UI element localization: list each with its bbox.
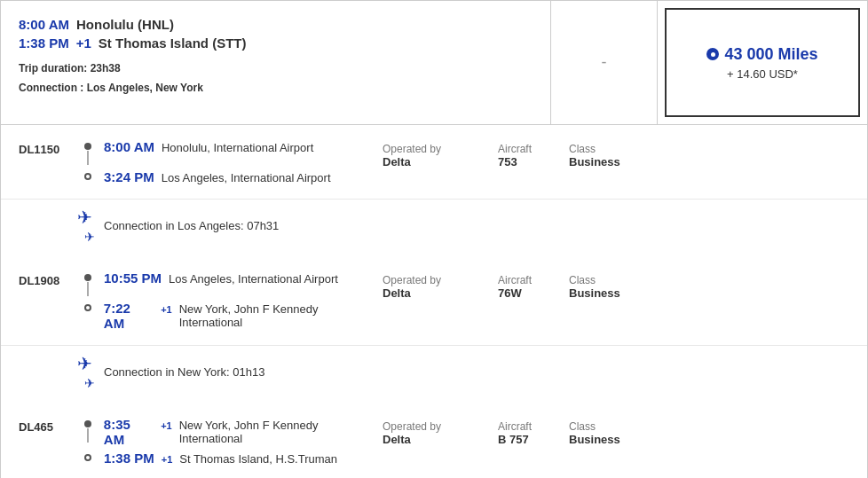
operated-by: Operated by Delta xyxy=(383,417,498,446)
departure-line: 10:55 PM Los Angeles, International Airp… xyxy=(81,270,383,297)
operated-by: Operated by Delta xyxy=(383,139,498,168)
departure-time: 8:00 AM xyxy=(19,17,69,32)
flight-class: Class Business xyxy=(569,417,649,446)
arr-time: 3:24 PM xyxy=(104,169,154,184)
flight-times: 8:00 AM Honolulu, International Airport … xyxy=(81,139,383,184)
departure-line: 8:35 AM +1 New York, John F Kennedy Inte… xyxy=(81,417,383,447)
flight-class: Class Business xyxy=(569,139,649,168)
connection-plane-icon: ✈ ✈ xyxy=(77,207,95,244)
dep-airport: Los Angeles, International Airport xyxy=(169,272,338,286)
arr-airport: New York, John F Kennedy International xyxy=(179,302,383,329)
arr-plus: +1 xyxy=(161,304,172,315)
departure-line: 8:00 AM Honolulu, International Airport xyxy=(81,139,383,166)
trip-duration-label: Trip duration: xyxy=(19,62,87,74)
arr-plus: +1 xyxy=(162,454,173,465)
arr-time: 1:38 PM xyxy=(104,451,154,466)
dot-arrival xyxy=(81,451,95,461)
aircraft: Aircraft 76W xyxy=(498,270,569,300)
aircraft: Aircraft 753 xyxy=(498,139,569,168)
table-row: DL1908 10:55 PM Los Angeles, Internation… xyxy=(1,256,867,346)
connection-row: ✈ ✈ Connection in Los Angeles: 07h31 xyxy=(1,200,867,256)
arrival-time: 1:38 PM xyxy=(19,35,69,51)
dot-arrival xyxy=(81,301,95,311)
dot-departure xyxy=(81,417,95,443)
table-row: DL465 8:35 AM +1 New York, John F Kenned… xyxy=(1,403,867,478)
dot-departure xyxy=(81,139,95,166)
connection-text: Connection in New York: 01h13 xyxy=(104,365,264,379)
flight-detail-card: 8:00 AM Honolulu (HNL) 1:38 PM +1 St Tho… xyxy=(0,0,868,478)
flight-number: DL1150 xyxy=(19,139,81,156)
connection-cities: Los Angeles, New York xyxy=(87,82,203,94)
departure-info: 8:35 AM +1 New York, John F Kennedy Inte… xyxy=(104,417,383,447)
dot-departure xyxy=(81,270,95,297)
arrival-line: 7:22 AM +1 New York, John F Kennedy Inte… xyxy=(81,301,383,331)
arr-airport: St Thomas Island, H.S.Truman xyxy=(179,452,337,466)
arr-airport: Los Angeles, International Airport xyxy=(162,171,331,184)
segments-list: DL1150 8:00 AM Honolulu, International A… xyxy=(1,125,867,478)
flight-number: DL1908 xyxy=(19,270,81,287)
flight-times: 10:55 PM Los Angeles, International Airp… xyxy=(81,270,383,331)
route-summary: 8:00 AM Honolulu (HNL) 1:38 PM +1 St Tho… xyxy=(1,1,551,124)
aircraft: Aircraft B 757 xyxy=(498,417,569,446)
arrival-airport: St Thomas Island (STT) xyxy=(99,35,247,51)
connection-plane-icon: ✈ ✈ xyxy=(77,353,95,390)
dot-arrival xyxy=(81,169,95,180)
trip-duration: 23h38 xyxy=(91,62,121,74)
flight-times: 8:35 AM +1 New York, John F Kennedy Inte… xyxy=(81,417,383,466)
connection-label: Connection : xyxy=(19,82,83,94)
header-row: 8:00 AM Honolulu (HNL) 1:38 PM +1 St Tho… xyxy=(1,1,867,125)
departure-airport: Honolulu (HNL) xyxy=(76,17,174,32)
arrival-info: 1:38 PM +1 St Thomas Island, H.S.Truman xyxy=(104,451,337,466)
arr-time: 7:22 AM xyxy=(104,301,154,331)
flight-number: DL465 xyxy=(19,417,81,434)
dep-plus: +1 xyxy=(161,420,172,431)
departure-info: 10:55 PM Los Angeles, International Airp… xyxy=(104,270,338,286)
miles-row: 43 000 Miles xyxy=(706,45,817,64)
dep-time: 10:55 PM xyxy=(104,270,162,286)
arrival-plus: +1 xyxy=(76,35,91,51)
arrival-info: 7:22 AM +1 New York, John F Kennedy Inte… xyxy=(104,301,383,331)
table-row: DL1150 8:00 AM Honolulu, International A… xyxy=(1,125,867,200)
dep-airport: Honolulu, International Airport xyxy=(162,141,313,154)
price-box[interactable]: 43 000 Miles + 14.60 USD* xyxy=(665,8,860,117)
dep-time: 8:35 AM xyxy=(104,417,154,447)
usd-value: + 14.60 USD* xyxy=(727,67,798,81)
connection-text: Connection in Los Angeles: 07h31 xyxy=(104,219,279,232)
arrival-info: 3:24 PM Los Angeles, International Airpo… xyxy=(104,169,331,184)
operated-by: Operated by Delta xyxy=(383,270,498,300)
arrival-line: 3:24 PM Los Angeles, International Airpo… xyxy=(81,169,383,184)
arrival-line: 1:38 PM +1 St Thomas Island, H.S.Truman xyxy=(81,451,383,466)
separator: - xyxy=(551,1,658,124)
connection-row: ✈ ✈ Connection in New York: 01h13 xyxy=(1,346,867,403)
dep-airport: New York, John F Kennedy International xyxy=(179,419,383,445)
dep-time: 8:00 AM xyxy=(104,139,154,154)
miles-value: 43 000 Miles xyxy=(724,45,817,64)
radio-selected[interactable] xyxy=(706,48,719,60)
flight-class: Class Business xyxy=(569,270,649,300)
departure-info: 8:00 AM Honolulu, International Airport xyxy=(104,139,313,154)
